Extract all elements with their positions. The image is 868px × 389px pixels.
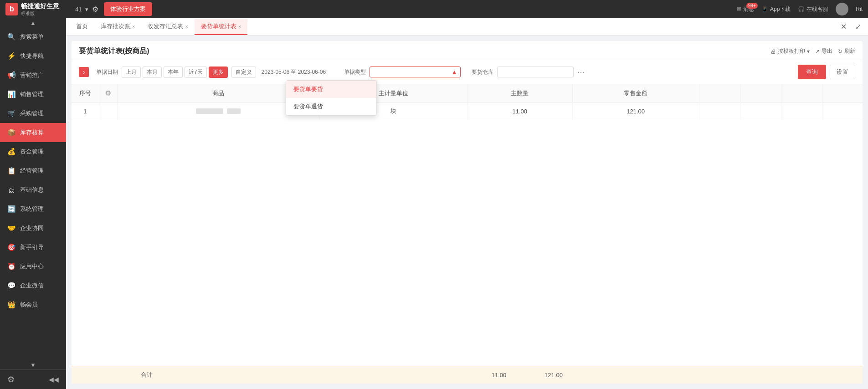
- tab-inventory-batch[interactable]: 库存批次账 ×: [94, 19, 141, 35]
- tab-order-summary[interactable]: 要货单统计表 ×: [195, 19, 247, 35]
- warehouse-label: 要货仓库: [472, 68, 493, 76]
- print-template-btn[interactable]: 🖨 按模板打印 ▾: [770, 47, 810, 55]
- gear-icon[interactable]: ⚙: [92, 5, 98, 14]
- sidebar-item-app-center[interactable]: ⏰ 应用中心: [0, 257, 66, 276]
- refresh-btn[interactable]: ↻ 刷新: [838, 47, 855, 55]
- sidebar-item-purchase[interactable]: 🛒 采购管理: [0, 104, 66, 123]
- lightning-icon: ⚡: [7, 52, 15, 60]
- sidebar-scroll-up[interactable]: ▲: [0, 18, 66, 27]
- sidebar-item-search[interactable]: 🔍 搜索菜单: [0, 27, 66, 46]
- sidebar-item-label: 库存核算: [20, 128, 44, 137]
- guide-icon: 🎯: [7, 243, 15, 251]
- more-filters-btn[interactable]: ⋯: [577, 68, 585, 77]
- sidebar-scroll-down[interactable]: ▼: [0, 360, 66, 369]
- promo-button[interactable]: 体验行业方案: [104, 2, 152, 16]
- avatar[interactable]: [836, 3, 848, 15]
- tab-order-summary-label: 要货单统计表: [201, 22, 236, 31]
- sidebar-item-label: 资金管理: [20, 148, 44, 156]
- export-btn[interactable]: ↗ 导出: [815, 47, 832, 55]
- app-download-btn[interactable]: 📱 App下载: [761, 5, 791, 13]
- sidebar-item-label: 搜索菜单: [20, 33, 44, 41]
- sidebar-item-sales[interactable]: 📊 销售管理: [0, 85, 66, 104]
- filter-expand-btn[interactable]: ›: [79, 67, 89, 77]
- sidebar-item-label: 营销推广: [20, 71, 44, 79]
- tab-inventory-batch-close[interactable]: ×: [132, 24, 135, 29]
- col-settings-header[interactable]: ⚙: [99, 84, 117, 102]
- purchase-icon: 🛒: [7, 109, 15, 118]
- column-settings-icon[interactable]: ⚙: [105, 89, 111, 97]
- message-btn[interactable]: ✉ 消息 99+: [737, 5, 754, 13]
- tab-recv-send-close[interactable]: ×: [185, 24, 188, 29]
- col-extra3: [781, 84, 822, 102]
- current-month-btn[interactable]: 本月: [143, 67, 162, 78]
- tab-home[interactable]: 首页: [70, 19, 94, 35]
- query-button[interactable]: 查询: [798, 65, 826, 79]
- tab-order-summary-close[interactable]: ×: [238, 24, 241, 29]
- sidebar-item-inventory[interactable]: 📦 库存核算: [0, 123, 66, 142]
- more-dates-btn[interactable]: 更多: [209, 67, 228, 78]
- last7days-btn[interactable]: 近7天: [185, 67, 207, 78]
- chevron-down-icon[interactable]: ▾: [85, 6, 88, 13]
- data-table: 序号 ⚙ 商品 主计量单位 主数量 零售金额: [72, 84, 863, 120]
- sidebar-item-marketing[interactable]: 📢 营销推广: [0, 66, 66, 85]
- date-filter-label: 单据日期: [96, 68, 118, 76]
- refresh-icon: ↻: [838, 48, 842, 55]
- sidebar-item-basic-info[interactable]: 🗂 基础信息: [0, 180, 66, 200]
- sidebar-item-label: 快捷导航: [20, 52, 44, 60]
- logo-text: 畅捷通好生意 标准版: [21, 2, 59, 16]
- print-icon: 🖨: [770, 48, 776, 55]
- dropdown-item-request-order[interactable]: 要货单要货: [286, 81, 376, 98]
- service-icon: 🎧: [798, 6, 805, 12]
- warehouse-input[interactable]: [497, 67, 574, 77]
- sidebar-item-vip[interactable]: 👑 畅会员: [0, 295, 66, 314]
- product-code-placeholder: [227, 108, 241, 114]
- basic-info-icon: 🗂: [7, 186, 15, 194]
- sidebar-item-finance[interactable]: 💰 资金管理: [0, 142, 66, 161]
- sidebar-item-enterprise[interactable]: 🤝 企业协同: [0, 219, 66, 238]
- search-icon: 🔍: [7, 33, 15, 41]
- sidebar-collapse-icon[interactable]: ◀◀: [49, 376, 59, 383]
- sidebar-item-label: 企业微信: [20, 282, 44, 290]
- cell-extra4: [822, 102, 863, 120]
- page-tabs: 首页 库存批次账 × 收发存汇总表 × 要货单统计表 × ✕ ⤢: [66, 18, 868, 36]
- online-service-btn[interactable]: 🎧 在线客服: [798, 5, 828, 13]
- table-wrap: 序号 ⚙ 商品 主计量单位 主数量 零售金额: [72, 84, 863, 366]
- doc-type-input[interactable]: [373, 68, 451, 76]
- sidebar-item-wechat[interactable]: 💬 企业微信: [0, 276, 66, 295]
- sidebar-item-label: 畅会员: [20, 301, 38, 309]
- tabs-close-btn[interactable]: ✕: [837, 20, 850, 33]
- tabs-expand-btn[interactable]: ⤢: [852, 20, 864, 33]
- date-range-text: 2023-05-06 至 2023-06-06: [262, 68, 326, 76]
- sidebar-item-quick-nav[interactable]: ⚡ 快捷导航: [0, 46, 66, 66]
- chevron-up-icon[interactable]: ▲: [451, 68, 457, 76]
- col-extra2: [740, 84, 781, 102]
- settings-button[interactable]: 设置: [830, 65, 855, 79]
- sidebar-item-label: 企业协同: [20, 224, 44, 232]
- sales-icon: 📊: [7, 90, 15, 98]
- enterprise-icon: 🤝: [7, 224, 15, 232]
- page-tabs-end: ✕ ⤢: [837, 20, 864, 33]
- sidebar-item-system[interactable]: 🔄 系统管理: [0, 200, 66, 219]
- sidebar-item-guide[interactable]: 🎯 新手引导: [0, 238, 66, 257]
- dropdown-item-request-return[interactable]: 要货单退货: [286, 98, 376, 115]
- col-amount: 零售金额: [572, 84, 699, 102]
- tab-recv-send-label: 收发存汇总表: [148, 22, 183, 31]
- user-name: Rit: [856, 6, 863, 12]
- tab-recv-send-summary[interactable]: 收发存汇总表 ×: [141, 19, 194, 35]
- app-version: 标准版: [21, 10, 59, 16]
- current-year-btn[interactable]: 本年: [164, 67, 183, 78]
- footer-amount: 121.00: [526, 372, 581, 379]
- prev-month-btn[interactable]: 上月: [122, 67, 141, 78]
- export-label: 导出: [822, 47, 832, 55]
- filter-actions: 查询 设置: [798, 65, 855, 79]
- sidebar-item-label: 应用中心: [20, 262, 44, 271]
- custom-btn[interactable]: 自定义: [231, 67, 256, 78]
- sidebar-item-operations[interactable]: 📋 经营管理: [0, 161, 66, 180]
- sidebar-item-label: 销售管理: [20, 90, 44, 98]
- cell-extra2: [740, 102, 781, 120]
- finance-icon: 💰: [7, 148, 15, 156]
- sidebar-settings-icon[interactable]: ⚙: [7, 374, 15, 384]
- sidebar: ▲ 🔍 搜索菜单 ⚡ 快捷导航 📢 营销推广 📊 销售管理 🛒 采购管理: [0, 18, 66, 389]
- page-title: 要货单统计表(按商品): [79, 46, 149, 56]
- app-download-label: App下载: [770, 5, 791, 13]
